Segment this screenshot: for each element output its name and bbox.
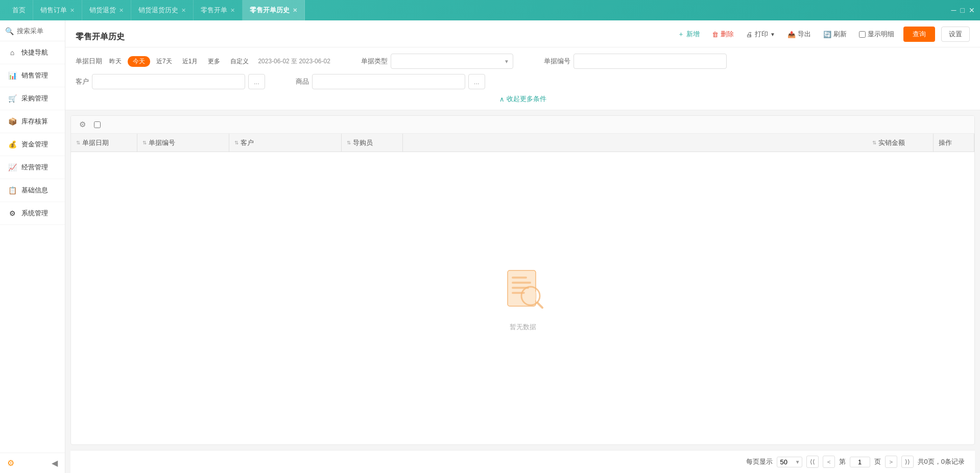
next-page-button[interactable]: ＞	[885, 456, 897, 468]
sidebar-item-label: 库存核算	[21, 117, 48, 126]
number-input[interactable]	[573, 54, 727, 69]
tab-home[interactable]: + 新增 首页	[5, 0, 33, 20]
sidebar-item-purchase[interactable]: 🛒 采购管理	[0, 87, 65, 110]
setting-button[interactable]: 设置	[941, 27, 970, 42]
total-label: 共0页，0条记录	[918, 457, 965, 466]
close-tab-sales-order[interactable]: ✕	[70, 7, 75, 14]
prev-page-button[interactable]: ＜	[823, 456, 835, 468]
customer-dots-button[interactable]: ...	[248, 74, 265, 89]
sidebar: 🔍 搜索采单 ⌂ 快捷导航 📊 销售管理 🛒 采购管理 📦 库存核算 💰 资金管…	[0, 20, 65, 473]
close-tab-sales-return-history[interactable]: ✕	[181, 7, 186, 14]
date-tab-7days[interactable]: 近7天	[152, 56, 176, 67]
last-page-button[interactable]: ⟩⟩	[901, 456, 914, 468]
close-tab-retail-order-history[interactable]: ✕	[293, 7, 297, 14]
sidebar-item-system[interactable]: ⚙ 系统管理	[0, 202, 65, 225]
window-close[interactable]: ✕	[969, 6, 975, 14]
sort-icon-guide[interactable]: ⇅	[347, 140, 351, 145]
sidebar-item-sales[interactable]: 📊 销售管理	[0, 64, 65, 87]
refresh-button[interactable]: 🔄 刷新	[820, 28, 850, 41]
svg-line-7	[537, 303, 542, 308]
filter-row-2: 客户 ... 商品 ...	[76, 74, 970, 89]
date-tab-yesterday[interactable]: 昨天	[105, 56, 126, 67]
tab-retail-order-history[interactable]: 零售开单历史 ✕	[243, 0, 305, 20]
th-number: ⇅ 单据编号	[137, 134, 229, 152]
add-icon: ＋	[678, 30, 684, 39]
page-label-post: 页	[874, 457, 881, 466]
date-tab-more[interactable]: 更多	[204, 56, 224, 67]
window-maximize[interactable]: □	[961, 6, 965, 14]
export-icon: 📤	[787, 31, 796, 38]
table-gear-button[interactable]: ⚙	[76, 119, 89, 130]
date-tab-1month[interactable]: 近1月	[178, 56, 202, 67]
type-select[interactable]	[391, 54, 513, 69]
main-layout: 🔍 搜索采单 ⌂ 快捷导航 📊 销售管理 🛒 采购管理 📦 库存核算 💰 资金管…	[0, 20, 980, 473]
sidebar-item-label: 系统管理	[21, 209, 48, 218]
select-all-checkbox[interactable]	[94, 121, 101, 128]
sidebar-item-label: 基础信息	[21, 186, 48, 195]
filter-row-1: 单据日期 昨天 今天 近7天 近1月 更多 自定义 2023-06-02 至 2…	[76, 54, 970, 69]
sidebar-search[interactable]: 🔍 搜索采单	[0, 20, 65, 41]
delete-button[interactable]: 🗑 删除	[709, 28, 737, 41]
window-minimize[interactable]: ─	[951, 6, 957, 14]
pagination: 每页显示 50 100 200 ▼ ⟨⟨ ＜ 第 页 ＞ ⟩⟩ 共0页，0条记录	[70, 450, 975, 473]
table-header: ⇅ 单据日期 ⇅ 单据编号 ⇅ 客户 ⇅ 导购员 ⇅ 实销金额	[71, 134, 974, 152]
sidebar-item-inventory[interactable]: 📦 库存核算	[0, 110, 65, 133]
goods-input[interactable]	[312, 74, 465, 89]
display-detail-checkbox[interactable]	[859, 31, 866, 38]
display-detail-button[interactable]: 显示明细	[856, 28, 897, 41]
page-label-pre: 第	[839, 457, 846, 466]
system-icon: ⚙	[7, 208, 17, 218]
per-page-select[interactable]: 50 100 200	[777, 457, 802, 467]
purchase-icon: 🛒	[7, 93, 17, 104]
sidebar-item-quick-nav[interactable]: ⌂ 快捷导航	[0, 41, 65, 64]
number-filter-label: 单据编号	[544, 57, 570, 66]
type-filter-group: 单据类型 ▼	[361, 54, 513, 69]
svg-point-6	[524, 289, 537, 303]
sidebar-item-basic-info[interactable]: 📋 基础信息	[0, 179, 65, 202]
empty-state: 暂无数据	[497, 265, 548, 332]
date-range-display: 2023-06-02 至 2023-06-02	[258, 57, 330, 66]
tab-sales-return[interactable]: 销货退货 ✕	[82, 0, 131, 20]
type-filter-label: 单据类型	[361, 57, 388, 66]
th-amount: ⇅ 实销金额	[867, 134, 934, 152]
tab-sales-return-history[interactable]: 销货退货历史 ✕	[131, 0, 194, 20]
date-filter-label: 单据日期	[76, 57, 102, 66]
collapse-icon[interactable]: ◀	[52, 458, 58, 468]
th-action: 操作	[934, 134, 974, 152]
customer-input[interactable]	[92, 74, 245, 89]
sort-icon-number[interactable]: ⇅	[142, 140, 147, 145]
sort-icon-customer[interactable]: ⇅	[234, 140, 238, 145]
sidebar-item-operations[interactable]: 📈 经营管理	[0, 156, 65, 179]
type-select-wrapper: ▼	[391, 54, 513, 69]
sidebar-bottom: ⚙ ◀	[0, 453, 65, 473]
tab-sales-order[interactable]: 销售订单 ✕	[33, 0, 82, 20]
customer-filter-label: 客户	[76, 77, 89, 86]
close-tab-retail-order[interactable]: ✕	[230, 7, 235, 14]
goods-filter-group: 商品 ...	[296, 74, 485, 89]
toolbar: ＋ + 新增 新增 🗑 删除 🖨 打印 ▼ 📤 导出	[675, 27, 970, 47]
query-button[interactable]: 查询	[903, 27, 935, 42]
customer-filter-group: 客户 ...	[76, 74, 265, 89]
page-title: 零售开单历史	[76, 32, 125, 42]
empty-text: 暂无数据	[510, 322, 536, 332]
add-button[interactable]: ＋ + 新增 新增	[675, 28, 703, 41]
tab-retail-order[interactable]: 零售开单 ✕	[194, 0, 243, 20]
settings-icon[interactable]: ⚙	[7, 458, 14, 468]
sidebar-item-label: 经营管理	[21, 163, 48, 172]
export-button[interactable]: 📤 导出	[784, 28, 814, 41]
sidebar-item-finance[interactable]: 💰 资金管理	[0, 133, 65, 156]
print-button[interactable]: 🖨 打印 ▼	[743, 28, 778, 41]
close-tab-sales-return[interactable]: ✕	[119, 7, 124, 14]
date-tab-today[interactable]: 今天	[128, 56, 150, 67]
inventory-icon: 📦	[7, 116, 17, 127]
sidebar-item-label: 销售管理	[21, 71, 48, 80]
sidebar-item-label: 资金管理	[21, 140, 48, 149]
delete-icon: 🗑	[712, 31, 719, 38]
first-page-button[interactable]: ⟨⟨	[806, 456, 819, 468]
sort-icon-date[interactable]: ⇅	[76, 140, 80, 145]
date-tab-custom[interactable]: 自定义	[226, 56, 253, 67]
sort-icon-amount[interactable]: ⇅	[872, 140, 876, 145]
collapse-bar[interactable]: ∧ 收起更多条件	[76, 94, 970, 104]
goods-dots-button[interactable]: ...	[468, 74, 485, 89]
page-number-input[interactable]	[850, 457, 870, 467]
